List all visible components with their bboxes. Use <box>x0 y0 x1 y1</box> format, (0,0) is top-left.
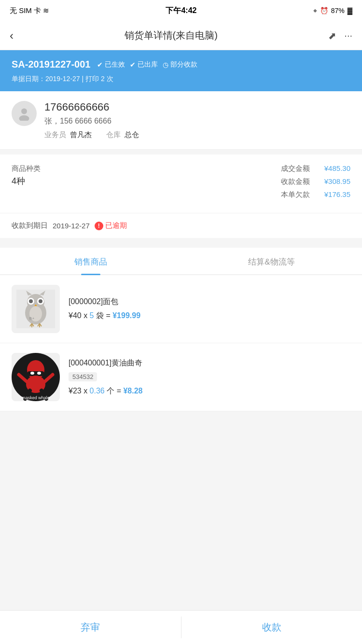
share-button[interactable]: ⬈ <box>328 30 336 42</box>
tab-settlement[interactable]: 结算&物流等 <box>181 248 362 274</box>
owed-amount-label: 本单欠款 <box>281 190 310 199</box>
deal-amount-label: 成交金额 <box>281 164 310 173</box>
price-eq-1: = <box>106 311 112 320</box>
status-time: 下午4:42 <box>166 6 196 16</box>
deal-amount-row: 成交金额 ¥485.30 <box>281 164 350 173</box>
product-info-2: [000400001]黄油曲奇 534532 ¥23 x 0.36 个 = ¥8… <box>69 358 350 396</box>
svg-text:masked whale: masked whale <box>22 395 50 400</box>
sim-status: 无 SIM 卡 ≋ <box>10 6 49 15</box>
customer-section: 17666666666 张，156 6666 6666 业务员 曾凡杰 仓库 总… <box>0 91 362 150</box>
salesperson-item: 业务员 曾凡杰 <box>44 130 92 140</box>
customer-account: 17666666666 <box>44 101 139 113</box>
price-total-1: ¥199.99 <box>112 311 140 320</box>
products-section: 鱼+ [0000002]面包 ¥40 x 5 袋 = ¥199.99 <box>0 275 362 411</box>
battery-level: 87% <box>331 7 345 14</box>
price-base-2: ¥23 <box>69 387 82 395</box>
svg-point-24 <box>37 372 41 375</box>
overdue-icon: ! <box>95 222 103 230</box>
svg-point-7 <box>29 299 33 303</box>
product-types-value: 4种 <box>12 175 41 187</box>
cancel-button[interactable]: 弃审 <box>0 611 181 644</box>
status-right: ⌖ ⏰ 87% ▓ <box>313 7 352 15</box>
customer-phone: 张，156 6666 6666 <box>44 116 139 126</box>
svg-point-8 <box>39 299 42 303</box>
price-total-2: ¥8.28 <box>123 387 142 395</box>
status-partial: ◷ 部分收款 <box>163 60 197 69</box>
collected-amount-label: 收款金额 <box>281 177 310 186</box>
location-icon: ⌖ <box>313 7 317 15</box>
status-badges: ✔ 已生效 ✔ 已出库 ◷ 部分收款 <box>97 60 197 69</box>
product-types-label: 商品种类 <box>12 164 41 173</box>
order-meta: 单据日期：2019-12-27 | 打印 2 次 <box>12 75 350 84</box>
tabs-section: 销售商品 结算&物流等 <box>0 248 362 275</box>
customer-meta: 业务员 曾凡杰 仓库 总仓 <box>44 130 139 140</box>
status-bar: 无 SIM 卡 ≋ 下午4:42 ⌖ ⏰ 87% ▓ <box>0 0 362 21</box>
more-button[interactable]: ··· <box>344 30 352 41</box>
price-x-1: x <box>84 311 89 320</box>
price-qty-1: 5 <box>90 311 94 320</box>
collected-amount-value: ¥308.95 <box>324 177 350 186</box>
divider-2 <box>0 238 362 243</box>
due-date-section: 收款到期日 2019-12-27 ! 已逾期 <box>0 213 362 238</box>
due-date-label: 收款到期日 <box>12 221 48 230</box>
meta-separator: | <box>82 75 86 83</box>
deal-amount-value: ¥485.30 <box>324 164 350 173</box>
product-image-1: 鱼+ <box>12 285 60 333</box>
warehouse-value: 总仓 <box>125 130 139 140</box>
customer-info: 17666666666 张，156 6666 6666 业务员 曾凡杰 仓库 总… <box>44 101 139 140</box>
price-unit-1: 袋 <box>96 311 104 320</box>
product-item: 鱼+ [0000002]面包 ¥40 x 5 袋 = ¥199.99 <box>0 275 362 343</box>
status-shipped-label: 已出库 <box>138 60 158 69</box>
product-name-2: [000400001]黄油曲奇 <box>69 358 350 368</box>
check-icon-2: ✔ <box>130 61 136 69</box>
price-x-2: x <box>84 387 89 395</box>
product-image-2: masked whale <box>12 353 60 401</box>
back-button[interactable]: ‹ <box>10 29 14 42</box>
product-price-2: ¥23 x 0.36 个 = ¥8.28 <box>69 386 350 396</box>
overdue-label: 已逾期 <box>105 221 127 230</box>
product-info-1: [0000002]面包 ¥40 x 5 袋 = ¥199.99 <box>69 297 350 321</box>
price-unit-2: 个 <box>107 387 114 395</box>
status-effected: ✔ 已生效 <box>97 60 125 69</box>
battery-icon: ▓ <box>348 7 352 14</box>
price-base-1: ¥40 <box>69 311 82 320</box>
product-name-1: [0000002]面包 <box>69 297 350 307</box>
price-qty-2: 0.36 <box>90 387 105 395</box>
status-partial-label: 部分收款 <box>170 60 197 69</box>
order-id: SA-20191227-001 <box>12 59 90 70</box>
svg-text:鱼+: 鱼+ <box>29 317 34 320</box>
action-bar: 弃审 收款 <box>0 610 362 644</box>
status-shipped: ✔ 已出库 <box>130 60 158 69</box>
confirm-button[interactable]: 收款 <box>181 611 362 644</box>
due-date-value: 2019-12-27 <box>53 222 90 230</box>
check-icon-1: ✔ <box>97 61 103 69</box>
salesperson-label: 业务员 <box>44 130 66 140</box>
tab-products[interactable]: 销售商品 <box>0 248 181 274</box>
amounts-summary: 成交金额 ¥485.30 收款金额 ¥308.95 本单欠款 ¥176.35 <box>281 164 350 203</box>
summary-section: 商品种类 4种 成交金额 ¥485.30 收款金额 ¥308.95 本单欠款 ¥… <box>0 154 362 213</box>
overdue-badge: ! 已逾期 <box>95 221 127 230</box>
order-header-row1: SA-20191227-001 ✔ 已生效 ✔ 已出库 ◷ 部分收款 <box>12 59 350 70</box>
owed-amount-row: 本单欠款 ¥176.35 <box>281 190 350 199</box>
svg-point-1 <box>19 115 29 121</box>
warehouse-item: 仓库 总仓 <box>106 130 139 140</box>
order-date: 单据日期：2019-12-27 <box>12 75 80 83</box>
alarm-icon: ⏰ <box>320 7 328 14</box>
product-types: 商品种类 4种 <box>12 164 41 187</box>
nav-actions: ⬈ ··· <box>328 30 352 42</box>
divider-1 <box>0 150 362 154</box>
status-effected-label: 已生效 <box>105 60 125 69</box>
nav-bar: ‹ 销货单详情(来自电脑) ⬈ ··· <box>0 21 362 50</box>
clock-icon: ◷ <box>163 61 168 69</box>
warehouse-label: 仓库 <box>106 130 121 140</box>
owed-amount-value: ¥176.35 <box>324 190 350 199</box>
status-left: 无 SIM 卡 ≋ <box>10 6 49 15</box>
price-eq-2: = <box>117 387 124 395</box>
svg-rect-22 <box>27 371 44 376</box>
customer-avatar <box>12 101 37 126</box>
svg-point-0 <box>21 109 27 114</box>
collected-amount-row: 收款金额 ¥308.95 <box>281 177 350 186</box>
page-title: 销货单详情(来自电脑) <box>125 29 218 42</box>
order-header: SA-20191227-001 ✔ 已生效 ✔ 已出库 ◷ 部分收款 单据日期：… <box>0 50 362 91</box>
order-print-count: 打印 2 次 <box>85 75 113 83</box>
